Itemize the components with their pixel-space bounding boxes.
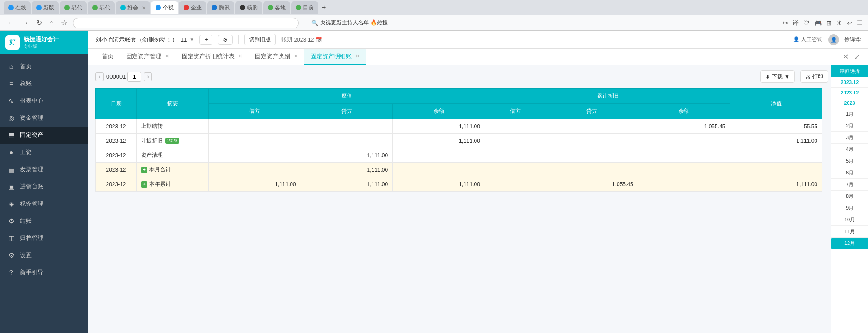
period-selected-1[interactable]: 2023.12 — [831, 77, 868, 88]
sidebar-icon-ledger: ≡ — [7, 80, 15, 88]
sidebar-item-stock[interactable]: ▣进销台账 — [0, 178, 88, 195]
account-selector[interactable]: 刘小艳演示账套（勿删勿动！） 11 ▼ — [95, 36, 194, 44]
prev-page-button[interactable]: ‹ — [95, 72, 104, 81]
forward-button[interactable]: → — [20, 18, 31, 28]
page-prefix: 000001 — [106, 73, 126, 80]
cell-acc-debit — [485, 119, 546, 134]
browser-tab-t4[interactable]: 易代 — [88, 1, 115, 14]
page-tab-close-icon[interactable]: ✕ — [355, 53, 359, 59]
period-month-7[interactable]: 7月 — [831, 179, 868, 191]
cell-acc-credit — [546, 119, 638, 134]
page-tab-home[interactable]: 首页 — [95, 49, 120, 65]
shield-icon[interactable]: 🛡 — [803, 19, 810, 27]
search-text: 央视更新主持人名单 🔥热搜 — [320, 19, 388, 27]
browser-tab-t2[interactable]: 新版 — [32, 1, 59, 14]
expand-tab-button[interactable]: ⤢ — [853, 52, 861, 62]
switch-version-button[interactable]: 切到旧版 — [244, 34, 276, 45]
settings-icon[interactable]: ⚙ — [218, 35, 233, 45]
page-tab-fixed-asset-depreciation[interactable]: 固定资产折旧统计表✕ — [175, 49, 249, 65]
menu-icon[interactable]: ☰ — [857, 19, 863, 27]
sidebar-item-tax[interactable]: ◈税务管理 — [0, 195, 88, 212]
browser-tab-t5[interactable]: 好会✕ — [116, 1, 150, 14]
period-month-3[interactable]: 3月 — [831, 132, 868, 144]
period-selected-2[interactable]: 2023.12 — [831, 88, 868, 98]
browser-tab-t1[interactable]: 在线 — [4, 1, 31, 14]
tab-label-t8: 腾讯 — [219, 4, 230, 12]
sidebar-item-archive[interactable]: ◫归档管理 — [0, 230, 88, 247]
sidebar-nav: ⌂首页≡总账∿报表中心◎资金管理▤固定资产●工资▦发票管理▣进销台账◈税务管理⚙… — [0, 54, 88, 333]
page-tab-close-icon[interactable]: ✕ — [165, 53, 169, 59]
cell-acc-debit — [485, 148, 546, 163]
period-month-4[interactable]: 4月 — [831, 144, 868, 155]
period-panel-header: 期间选择 — [831, 65, 868, 77]
browser-tab-t3[interactable]: 易代 — [60, 1, 87, 14]
page-input[interactable] — [127, 72, 141, 82]
sidebar-item-salary[interactable]: ●工资 — [0, 144, 88, 161]
grid-icon[interactable]: ⊞ — [826, 19, 832, 27]
cell-acc-balance — [638, 134, 730, 148]
period-month-1[interactable]: 1月 — [831, 108, 868, 120]
page-tab-close-icon[interactable]: ✕ — [238, 53, 242, 59]
tab-close-icon[interactable]: ✕ — [142, 5, 146, 10]
undo-icon[interactable]: ↩ — [847, 19, 852, 27]
user-avatar[interactable]: 👤 — [828, 34, 839, 45]
customer-service-btn[interactable]: 👤 人工咨询 — [793, 36, 823, 43]
period-month-2[interactable]: 2月 — [831, 120, 868, 132]
sidebar-label-ledger: 总账 — [20, 80, 32, 88]
translate-icon[interactable]: 译 — [793, 19, 799, 27]
add-account-button[interactable]: + — [199, 35, 212, 45]
page-tab-close-icon[interactable]: ✕ — [294, 53, 298, 59]
sidebar-item-ledger[interactable]: ≡总账 — [0, 75, 88, 92]
sidebar-item-reports[interactable]: ∿报表中心 — [0, 92, 88, 109]
page-tab-fixed-asset-detail[interactable]: 固定资产明细账✕ — [304, 49, 366, 65]
bookmark-button[interactable]: ☆ — [59, 18, 69, 28]
sidebar-item-home[interactable]: ⌂首页 — [0, 58, 88, 75]
sidebar-item-settings[interactable]: ⚙设置 — [0, 247, 88, 264]
download-button[interactable]: ⬇ 下载 ▼ — [760, 70, 795, 83]
browser-tab-t6[interactable]: 个税 — [151, 1, 178, 14]
period-month-5[interactable]: 5月 — [831, 155, 868, 167]
sidebar-item-fund[interactable]: ◎资金管理 — [0, 109, 88, 127]
period-month-8[interactable]: 8月 — [831, 191, 868, 202]
page-tab-fixed-asset-category[interactable]: 固定资产类别✕ — [249, 49, 304, 65]
th-original-value: 原值 — [209, 89, 485, 104]
print-button[interactable]: 🖨 打印 — [800, 70, 828, 83]
address-input[interactable]: https://cloud.chanjet.com/accounting/uw1… — [73, 18, 299, 28]
sidebar-item-guide[interactable]: ?新手引导 — [0, 264, 88, 281]
search-icon: 🔍 — [311, 20, 318, 26]
period-value: 2023-12 — [294, 37, 314, 43]
sidebar-item-checkout[interactable]: ⚙结账 — [0, 212, 88, 230]
calendar-icon[interactable]: 📅 — [316, 37, 322, 43]
game-icon[interactable]: 🎮 — [814, 19, 822, 27]
period-month-6[interactable]: 6月 — [831, 167, 868, 179]
back-button[interactable]: ← — [5, 18, 16, 28]
close-tab-button[interactable]: ✕ — [842, 52, 849, 62]
browser-tab-t10[interactable]: 各地 — [263, 1, 290, 14]
browser-tab-t11[interactable]: 目前 — [291, 1, 318, 14]
cell-date: 2023-12 — [96, 163, 137, 177]
cell-acc-balance — [638, 177, 730, 192]
browser-tab-t9[interactable]: 畅购 — [235, 1, 262, 14]
browser-tab-t8[interactable]: 腾讯 — [207, 1, 234, 14]
next-page-button[interactable]: › — [144, 72, 152, 81]
period-month-9[interactable]: 9月 — [831, 202, 868, 214]
cell-orig-credit: 1,111.00 — [301, 163, 393, 177]
sidebar-item-invoice[interactable]: ▦发票管理 — [0, 161, 88, 178]
period-month-11[interactable]: 11月 — [831, 226, 868, 238]
period-month-12[interactable]: 12月 — [831, 238, 868, 249]
scissors-icon[interactable]: ✂ — [783, 19, 788, 27]
page-tab-fixed-asset-mgmt[interactable]: 固定资产管理✕ — [120, 49, 175, 65]
cell-acc-credit — [546, 134, 638, 148]
page-tab-label-fixed-asset-depreciation: 固定资产折旧统计表 — [182, 52, 235, 61]
home-button[interactable]: ⌂ — [47, 18, 56, 28]
reload-button[interactable]: ↻ — [34, 18, 44, 28]
sidebar-item-fixed-assets[interactable]: ▤固定资产 — [0, 127, 88, 144]
new-tab-button[interactable]: + — [319, 4, 329, 12]
browser-tab-t7[interactable]: 企业 — [179, 1, 206, 14]
period-year[interactable]: 2023 — [831, 98, 868, 108]
brightness-icon[interactable]: ☀ — [836, 19, 842, 27]
period-month-10[interactable]: 10月 — [831, 214, 868, 226]
sidebar-icon-settings: ⚙ — [7, 251, 15, 259]
sidebar: 好 畅捷通好会计 专业版 ⌂首页≡总账∿报表中心◎资金管理▤固定资产●工资▦发票… — [0, 31, 88, 333]
sidebar-icon-reports: ∿ — [7, 97, 15, 105]
